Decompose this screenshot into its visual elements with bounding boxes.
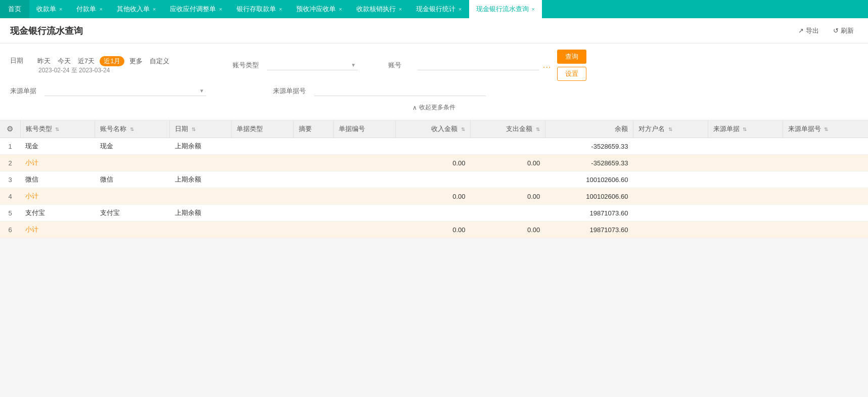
expense-cell: 0.00: [471, 222, 545, 238]
row-num-cell: 4: [0, 188, 20, 205]
account_name-cell: [95, 188, 170, 205]
column-settings-icon[interactable]: ⚙: [7, 124, 13, 133]
date-cell: 上期余额: [170, 205, 231, 222]
date-cell: [170, 188, 231, 205]
expense-cell: [471, 205, 545, 222]
nav-item-prepay-ar[interactable]: 预收冲应收单 ×: [289, 0, 349, 18]
nav-receipt-close[interactable]: ×: [59, 6, 62, 12]
sort-counterpart-icon[interactable]: ⇅: [668, 126, 672, 132]
settings-button[interactable]: 设置: [557, 67, 586, 81]
source_doc_no-cell: [783, 222, 868, 238]
account_type-cell: 小计: [20, 188, 95, 205]
balance-cell: 19871073.60: [545, 205, 633, 222]
nav-bank-deposit-close[interactable]: ×: [279, 6, 282, 12]
nav-payment-close[interactable]: ×: [99, 6, 102, 12]
doc_no-cell: [334, 155, 396, 171]
nav-item-home[interactable]: 首页: [0, 0, 29, 18]
nav-item-receipt[interactable]: 收款单 ×: [29, 0, 69, 18]
export-button[interactable]: ↗ 导出: [794, 24, 823, 37]
row-num-cell: 3: [0, 171, 20, 188]
account-type-select[interactable]: 现金 微信 支付宝: [267, 60, 358, 70]
nav-ar-ap-close[interactable]: ×: [219, 6, 222, 12]
table-container: ⚙ 账号类型 ⇅ 账号名称 ⇅ 日期 ⇅ 单据类型 摘要: [0, 120, 868, 238]
th-expense: 支出金额 ⇅: [471, 120, 545, 138]
source_doc-cell: [708, 171, 783, 188]
nav-item-cash-bank-flow[interactable]: 现金银行流水查询 ×: [469, 0, 542, 18]
top-navigation: 首页 收款单 × 付款单 × 其他收入单 × 应收应付调整单 × 银行存取款单 …: [0, 0, 868, 18]
summary-cell: [293, 155, 333, 171]
nav-prepay-ar-close[interactable]: ×: [339, 6, 342, 12]
table-row[interactable]: 2小计0.000.00-3528659.33: [0, 155, 868, 171]
table-row[interactable]: 3微信微信上期余额100102606.60: [0, 171, 868, 188]
account-input[interactable]: [418, 60, 539, 70]
balance-cell: 100102606.60: [545, 171, 633, 188]
date-opt-1month[interactable]: 近1月: [100, 56, 124, 66]
sort-income-icon[interactable]: ⇅: [461, 126, 465, 132]
counterpart-cell: [633, 171, 708, 188]
nav-item-bank-deposit[interactable]: 银行存取款单 ×: [230, 0, 289, 18]
nav-item-cash-bank-stat[interactable]: 现金银行统计 ×: [409, 0, 469, 18]
collapse-up-icon: ∧: [413, 104, 417, 111]
th-account-type-label: 账号类型: [26, 125, 52, 133]
expense-cell: 0.00: [471, 155, 545, 171]
export-label: 导出: [806, 26, 819, 35]
refresh-button[interactable]: ↺ 刷新: [829, 24, 858, 37]
sort-source-doc-no-icon[interactable]: ⇅: [824, 126, 828, 132]
source-doc-select[interactable]: [44, 86, 206, 96]
nav-receipt-verify-close[interactable]: ×: [399, 6, 402, 12]
nav-other-income-label: 其他收入单: [117, 5, 150, 14]
source-doc-num-label: 来源单据号: [273, 86, 306, 96]
sort-account-type-icon[interactable]: ⇅: [55, 126, 59, 132]
nav-item-ar-ap-adjust[interactable]: 应收应付调整单 ×: [163, 0, 229, 18]
sort-source-doc-icon[interactable]: ⇅: [743, 126, 747, 132]
th-gear: ⚙: [0, 120, 20, 138]
doc_no-cell: [334, 205, 396, 222]
source_doc_no-cell: [783, 155, 868, 171]
summary-cell: [293, 188, 333, 205]
th-income: 收入金额 ⇅: [396, 120, 471, 138]
table-row[interactable]: 1现金现金上期余额-3528659.33: [0, 138, 868, 155]
date-opt-more[interactable]: 更多: [127, 56, 145, 66]
sort-date-icon[interactable]: ⇅: [192, 126, 196, 132]
nav-cash-bank-stat-close[interactable]: ×: [459, 6, 462, 12]
date-opt-today[interactable]: 今天: [56, 56, 73, 66]
sort-account-name-icon[interactable]: ⇅: [130, 126, 134, 132]
account_name-cell: 现金: [95, 138, 170, 155]
date-opt-7days[interactable]: 近7天: [76, 56, 97, 66]
refresh-icon: ↺: [833, 27, 839, 34]
query-button[interactable]: 查询: [557, 50, 586, 64]
table-row[interactable]: 5支付宝支付宝上期余额19871073.60: [0, 205, 868, 222]
table-row[interactable]: 4小计0.000.00100102606.60: [0, 188, 868, 205]
th-doc-type-label: 单据类型: [237, 125, 263, 133]
th-counterpart: 对方户名 ⇅: [633, 120, 708, 138]
account-ellipsis-button[interactable]: ...: [543, 61, 551, 70]
doc_type-cell: [231, 222, 293, 238]
nav-cash-bank-flow-close[interactable]: ×: [532, 6, 535, 12]
nav-cash-bank-flow-label: 现金银行流水查询: [476, 5, 529, 14]
nav-item-receipt-verify[interactable]: 收款核销执行 ×: [349, 0, 409, 18]
balance-cell: 100102606.60: [545, 188, 633, 205]
page-header: 现金银行流水查询 ↗ 导出 ↺ 刷新: [0, 18, 868, 43]
nav-receipt-verify-label: 收款核销执行: [356, 5, 396, 14]
date-options: 昨天 今天 近7天 近1月 更多 自定义: [35, 56, 171, 66]
th-date: 日期 ⇅: [170, 120, 231, 138]
source_doc_no-cell: [783, 188, 868, 205]
table-row[interactable]: 6小计0.000.0019871073.60: [0, 222, 868, 238]
nav-other-income-close[interactable]: ×: [153, 6, 156, 12]
th-expense-label: 支出金额: [506, 125, 532, 133]
date-opt-custom[interactable]: 自定义: [148, 56, 171, 66]
source-doc-num-input[interactable]: [314, 86, 486, 96]
collapse-filter-button[interactable]: ∧ 收起更多条件: [10, 101, 858, 116]
date-opt-yesterday[interactable]: 昨天: [35, 56, 53, 66]
nav-item-other-income[interactable]: 其他收入单 ×: [110, 0, 163, 18]
source_doc_no-cell: [783, 171, 868, 188]
income-cell: 0.00: [396, 222, 471, 238]
nav-item-payment[interactable]: 付款单 ×: [69, 0, 109, 18]
filter-row-source: 来源单据 ▼ 来源单据号: [10, 86, 858, 96]
balance-cell: -3528659.33: [545, 138, 633, 155]
counterpart-cell: [633, 155, 708, 171]
counterpart-cell: [633, 138, 708, 155]
page-title: 现金银行流水查询: [10, 25, 83, 37]
th-income-label: 收入金额: [431, 125, 458, 133]
sort-expense-icon[interactable]: ⇅: [536, 126, 540, 132]
